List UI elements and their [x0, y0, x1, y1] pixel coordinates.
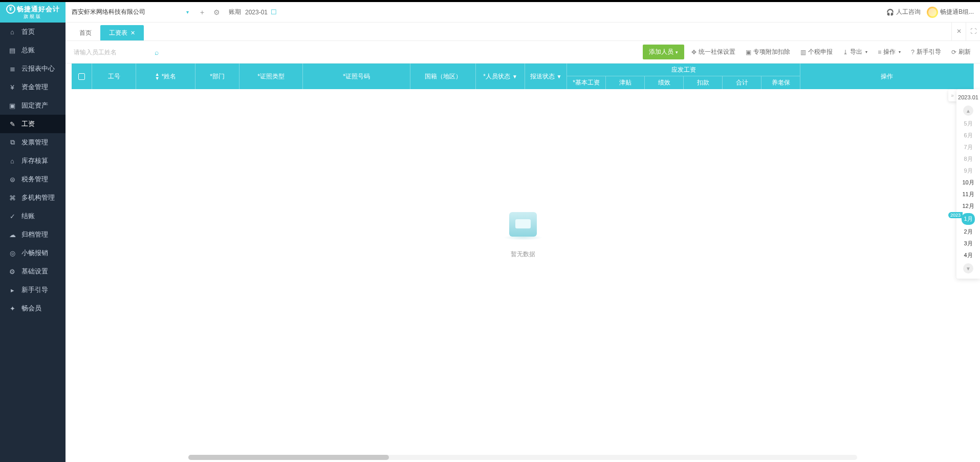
sidebar-item-fund[interactable]: ¥资金管理 — [0, 78, 66, 96]
settings-icon[interactable]: ⚙ — [209, 8, 224, 16]
tool-label: 新手引导 — [917, 48, 941, 56]
th-id-type[interactable]: *证照类型 — [239, 64, 303, 89]
sidebar-item-label: 资金管理 — [21, 82, 48, 92]
guide-link[interactable]: ? 新手引导 — [908, 48, 944, 56]
tax-icon: ▥ — [800, 49, 806, 56]
sidebar-item-ledger[interactable]: ▤总账 — [0, 41, 66, 59]
toolbar: ⌕ 添加人员 ▾ ✥ 统一社保设置 ▣ 专项附加扣除 ▥ 个税申报 — [66, 41, 980, 64]
tool-label: 统一社保设置 — [699, 48, 735, 56]
horizontal-scrollbar[interactable] — [188, 455, 857, 460]
th-id-no[interactable]: *证照号码 — [303, 64, 410, 89]
th-performance[interactable]: 绩效 — [645, 76, 684, 89]
period-value[interactable]: 2023-01 — [245, 9, 268, 16]
sidebar-item-invoice[interactable]: ⧉发票管理 — [0, 133, 66, 152]
th-name[interactable]: ▲▼ *姓名 — [136, 64, 195, 89]
th-deduction[interactable]: 扣款 — [684, 76, 723, 89]
support-link[interactable]: 🎧 人工咨询 — [886, 8, 921, 16]
topbar: ¥ 畅捷通好会计 旗舰版 西安虾米网络科技有限公司 ▾ + ⚙ 账期 2023-… — [0, 2, 980, 23]
sidebar-item-close[interactable]: ✓结账 — [0, 207, 66, 225]
add-company-button[interactable]: + — [195, 8, 209, 16]
th-dept[interactable]: *部门 — [195, 64, 239, 89]
th-base-pay[interactable]: *基本工资 — [567, 76, 606, 89]
sidebar-item-guide[interactable]: ▸新手引导 — [0, 281, 66, 299]
th-nationality[interactable]: 国籍（地区） — [410, 64, 476, 89]
month-option[interactable]: 1月2023 — [962, 213, 975, 225]
th-pension[interactable]: 养老保 — [761, 76, 800, 89]
period-label: 账期 — [229, 8, 241, 16]
tax-report-link[interactable]: ▥ 个税申报 — [797, 48, 836, 56]
sort-icon[interactable]: ▲▼ — [155, 72, 160, 80]
operate-link[interactable]: ≡ 操作 ▾ — [875, 48, 904, 56]
scrollbar-thumb[interactable] — [188, 455, 389, 460]
month-option[interactable]: 2月 — [962, 226, 975, 238]
social-setting-link[interactable]: ✥ 统一社保设置 — [688, 48, 738, 56]
sidebar-item-label: 库存核算 — [21, 156, 48, 165]
th-allowance[interactable]: 津贴 — [606, 76, 645, 89]
social-icon: ✥ — [691, 49, 696, 56]
member-icon: ✦ — [8, 305, 16, 312]
sidebar-item-report[interactable]: ≣云报表中心 — [0, 59, 66, 78]
th-total[interactable]: 合计 — [723, 76, 761, 89]
search-icon[interactable]: ⌕ — [155, 48, 159, 56]
month-next-button[interactable]: ▼ — [963, 263, 973, 274]
close-all-tabs-button[interactable]: ✕ — [951, 22, 966, 40]
tab-home[interactable]: 首页 — [71, 25, 100, 40]
fund-icon: ¥ — [8, 83, 16, 91]
add-person-button[interactable]: 添加人员 ▾ — [643, 45, 684, 59]
month-option[interactable]: 12月 — [962, 200, 975, 212]
month-option[interactable]: 3月 — [962, 238, 975, 249]
th-status[interactable]: *人员状态 ▼ — [476, 64, 525, 89]
close-icon[interactable]: ✕ — [130, 30, 135, 36]
sidebar-item-label: 结账 — [21, 212, 35, 221]
sidebar-item-label: 基础设置 — [21, 267, 48, 276]
avatar — [927, 7, 938, 18]
logo-subtitle: 旗舰版 — [24, 13, 42, 20]
filter-icon[interactable]: ▼ — [512, 74, 517, 79]
add-person-label: 添加人员 — [649, 48, 673, 56]
month-picker-expand[interactable]: » — [948, 89, 956, 101]
logo-text: 畅捷通好会计 — [17, 5, 60, 14]
th-report-status[interactable]: 报送状态 ▼ — [525, 64, 567, 89]
search-input[interactable] — [72, 46, 155, 59]
sidebar-item-home[interactable]: ⌂首页 — [0, 23, 66, 41]
month-option[interactable]: 7月 — [962, 141, 975, 153]
sidebar-item-tax[interactable]: ⊜税务管理 — [0, 170, 66, 188]
logo: ¥ 畅捷通好会计 旗舰版 — [0, 2, 66, 23]
sidebar-item-label: 税务管理 — [21, 175, 48, 184]
user-menu[interactable]: 畅捷通B组... — [927, 7, 974, 18]
sidebar-item-salary[interactable]: ✎工资 — [0, 115, 66, 133]
tool-label: 个税申报 — [808, 48, 833, 56]
sidebar-item-member[interactable]: ✦畅会员 — [0, 299, 66, 318]
company-selector[interactable]: 西安虾米网络科技有限公司 ▾ — [66, 8, 195, 16]
export-link[interactable]: ⤓ 导出 ▾ — [840, 48, 870, 56]
sidebar-item-stock[interactable]: ⌂库存核算 — [0, 152, 66, 170]
sidebar-item-setting[interactable]: ⚙基础设置 — [0, 262, 66, 281]
tab-salary[interactable]: 工资表 ✕ — [100, 25, 144, 40]
sidebar-item-asset[interactable]: ▣固定资产 — [0, 96, 66, 115]
month-option[interactable]: 10月 — [962, 177, 975, 188]
sidebar-item-label: 总账 — [21, 46, 35, 55]
filter-icon[interactable]: ▼ — [557, 74, 562, 79]
th-checkbox[interactable] — [72, 64, 92, 89]
fullscreen-button[interactable]: ⛶ — [966, 22, 980, 40]
sidebar-item-org[interactable]: ⌘多机构管理 — [0, 188, 66, 207]
month-option[interactable]: 5月 — [962, 118, 975, 130]
month-option[interactable]: 9月 — [962, 165, 975, 177]
tool-label: 刷新 — [959, 48, 971, 56]
calendar-icon[interactable]: ☐ — [271, 8, 277, 16]
month-option[interactable]: 4月 — [962, 249, 975, 261]
ledger-icon: ▤ — [8, 47, 16, 54]
home-icon: ⌂ — [8, 28, 16, 36]
refresh-link[interactable]: ⟳ 刷新 — [948, 48, 974, 56]
sidebar-item-archive[interactable]: ☁归档管理 — [0, 225, 66, 244]
table: 工号 ▲▼ *姓名 *部门 *证照类型 *证照号码 国籍（地区） *人员状态 ▼… — [66, 64, 980, 453]
month-option[interactable]: 8月 — [962, 153, 975, 165]
month-option[interactable]: 6月 — [962, 130, 975, 141]
month-prev-button[interactable]: ▲ — [963, 106, 973, 116]
deduction-link[interactable]: ▣ 专项附加扣除 — [743, 48, 793, 56]
xbx-icon: ◎ — [8, 249, 16, 257]
th-emp-no[interactable]: 工号 — [92, 64, 136, 89]
month-option[interactable]: 11月 — [962, 188, 975, 200]
sidebar-item-label: 发票管理 — [21, 138, 48, 147]
sidebar-item-xbx[interactable]: ◎小畅报销 — [0, 244, 66, 262]
